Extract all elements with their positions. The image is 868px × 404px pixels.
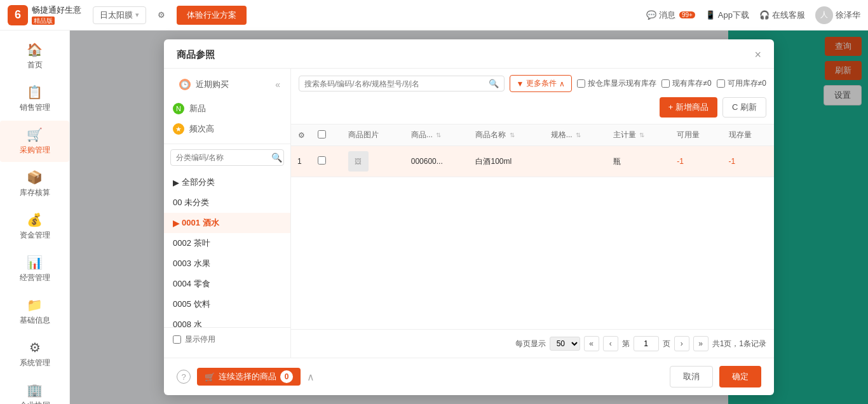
quick-links: N 新品 ★ 频次高 <box>164 99 290 144</box>
help-icon[interactable]: ? <box>177 370 191 384</box>
available-stock-checkbox-label[interactable]: 可用库存≠0 <box>717 78 766 89</box>
per-page-select[interactable]: 50 <box>550 337 580 351</box>
cat-item-0003[interactable]: 0003 水果 <box>164 253 290 274</box>
cart-badge[interactable]: 🛒 连续选择的商品 0 <box>197 368 301 386</box>
th-spec[interactable]: 规格... ⇅ <box>545 125 607 146</box>
sidebar-item-finance[interactable]: 💰 资金管理 <box>0 206 69 247</box>
category-search-input[interactable] <box>176 153 271 162</box>
current-stock-checkbox[interactable] <box>661 79 670 88</box>
td-image: 🖼 <box>342 146 405 177</box>
sidebar-item-inventory[interactable]: 📦 库存核算 <box>0 163 69 205</box>
app-label: App下载 <box>718 10 749 21</box>
sidebar-item-business[interactable]: 📊 经营管理 <box>0 248 69 290</box>
new-icon: N <box>173 103 184 114</box>
main-layout: 🏠 首页 📋 销售管理 🛒 采购管理 📦 库存核算 💰 资金管理 📊 经营管理 … <box>0 30 868 404</box>
sort-icon-code: ⇅ <box>436 131 441 138</box>
current-stock-checkbox-label[interactable]: 现有库存≠0 <box>661 78 711 89</box>
last-page-button[interactable]: » <box>693 336 709 351</box>
cat-item-all[interactable]: ▶ 全部分类 <box>164 172 290 192</box>
next-page-button[interactable]: › <box>674 336 689 351</box>
sidebar-item-system[interactable]: ⚙ 系统管理 <box>0 333 69 375</box>
total-info: 共1页，1条记录 <box>712 339 766 349</box>
cat-item-0002[interactable]: 0002 茶叶 <box>164 233 290 253</box>
collapse-button[interactable]: « <box>271 79 284 90</box>
row-checkbox[interactable] <box>318 156 326 165</box>
app-download-item[interactable]: 📱 App下载 <box>705 10 749 21</box>
sidebar-label-basic: 基础信息 <box>20 315 50 326</box>
close-icon[interactable]: × <box>754 48 761 62</box>
filter-button[interactable]: ▼ 更多条件 ∧ <box>510 75 573 92</box>
sidebar-item-enterprise[interactable]: 🏢 企业协同 <box>0 376 69 404</box>
table-container: ⚙ 商品图片 商品... ⇅ <box>291 125 774 329</box>
by-warehouse-label: 按仓库显示现有库存 <box>588 78 656 89</box>
cancel-button[interactable]: 取消 <box>670 366 713 387</box>
category-search: 🔍 <box>170 149 284 166</box>
product-table: ⚙ 商品图片 商品... ⇅ <box>291 125 774 177</box>
sidebar-item-home[interactable]: 🏠 首页 <box>0 36 69 77</box>
th-unit[interactable]: 主计量 ⇅ <box>607 125 671 146</box>
star-icon: ★ <box>173 123 184 135</box>
category-panel: 🕒 近期购买 « N 新品 ★ 频次高 <box>164 69 291 358</box>
add-product-button[interactable]: + 新增商品 <box>660 97 717 118</box>
by-warehouse-checkbox-label[interactable]: 按仓库显示现有库存 <box>577 78 656 89</box>
show-disabled-checkbox[interactable] <box>173 335 181 344</box>
product-search-input[interactable] <box>304 79 489 88</box>
cat-arrow-all: ▶ <box>173 178 179 187</box>
sidebar-item-purchase[interactable]: 🛒 采购管理 <box>0 121 69 162</box>
footer-left: ? 🛒 连续选择的商品 0 ∧ <box>177 368 315 386</box>
cat-label-all: 全部分类 <box>182 177 215 188</box>
prev-page-button[interactable]: ‹ <box>603 336 618 351</box>
collapse-footer-icon[interactable]: ∧ <box>307 371 315 383</box>
nav-selector[interactable]: 日太阳膜 ▾ <box>93 6 146 24</box>
current-stock-label: 现有库存≠0 <box>672 78 711 89</box>
th-code[interactable]: 商品... ⇅ <box>405 125 470 146</box>
experience-button[interactable]: 体验行业方案 <box>177 6 247 25</box>
inventory-icon: 📦 <box>27 170 43 185</box>
available-stock-checkbox[interactable] <box>717 79 725 88</box>
cat-item-0005[interactable]: 0005 饮料 <box>164 294 290 314</box>
confirm-button[interactable]: 确定 <box>719 366 761 387</box>
sort-icon-spec: ⇅ <box>576 131 581 138</box>
by-warehouse-checkbox[interactable] <box>577 79 585 88</box>
first-page-button[interactable]: « <box>584 336 599 351</box>
product-reference-dialog: 商品参照 × 🕒 近期购买 « <box>164 39 774 395</box>
td-name: 白酒100ml <box>469 146 544 177</box>
user-avatar[interactable]: 人 徐泽华 <box>815 6 860 24</box>
sidebar-item-sales[interactable]: 📋 销售管理 <box>0 78 69 119</box>
show-disabled-label: 显示停用 <box>185 334 215 345</box>
quick-link-new-label: 新品 <box>189 103 206 114</box>
cat-item-00[interactable]: 00 未分类 <box>164 192 290 213</box>
dialog-footer: ? 🛒 连续选择的商品 0 ∧ 取消 确定 <box>164 358 774 395</box>
headset-icon: 🎧 <box>759 10 770 20</box>
refresh-button[interactable]: C 刷新 <box>722 97 766 118</box>
basic-icon: 📁 <box>27 297 43 313</box>
sidebar-label-purchase: 采购管理 <box>20 145 50 156</box>
service-item[interactable]: 🎧 在线客服 <box>759 10 805 21</box>
category-search-icon: 🔍 <box>271 152 282 163</box>
table-row[interactable]: 1 🖼 000600... 白酒100ml 瓶 <box>291 146 774 177</box>
pagination: 每页显示 50 « ‹ 第 页 › » 共1页，1条记录 <box>291 329 774 358</box>
quick-link-recent[interactable]: 🕒 近期购买 <box>170 75 238 94</box>
message-item[interactable]: 💬 消息 99+ <box>646 10 695 21</box>
select-all-checkbox[interactable] <box>318 130 326 138</box>
cat-label-0008: 0008 水 <box>173 319 202 327</box>
user-name: 徐泽华 <box>836 10 860 21</box>
sidebar-label-inventory: 库存核算 <box>20 187 50 198</box>
td-spec <box>545 146 607 177</box>
gear-button[interactable]: ⚙ <box>151 5 172 25</box>
quick-link-new[interactable]: N 新品 <box>164 99 290 118</box>
sidebar-item-basic[interactable]: 📁 基础信息 <box>0 291 69 332</box>
cat-item-0004[interactable]: 0004 零食 <box>164 274 290 294</box>
quick-link-frequent-label: 频次高 <box>189 123 214 135</box>
cat-item-0001[interactable]: ▶ 0001 酒水 <box>164 213 290 233</box>
cat-item-0008[interactable]: 0008 水 <box>164 314 290 327</box>
td-stock: -1 <box>722 146 774 177</box>
page-number-input[interactable] <box>634 336 659 351</box>
product-thumbnail: 🖼 <box>348 151 369 172</box>
th-available: 可用量 <box>670 125 722 146</box>
filter-label: 更多条件 <box>526 78 557 89</box>
td-available: -1 <box>670 146 722 177</box>
product-panel: 🔍 ▼ 更多条件 ∧ 按仓库显示现有库存 <box>291 69 774 358</box>
quick-link-frequent[interactable]: ★ 频次高 <box>164 119 290 138</box>
th-name[interactable]: 商品名称 ⇅ <box>469 125 544 146</box>
